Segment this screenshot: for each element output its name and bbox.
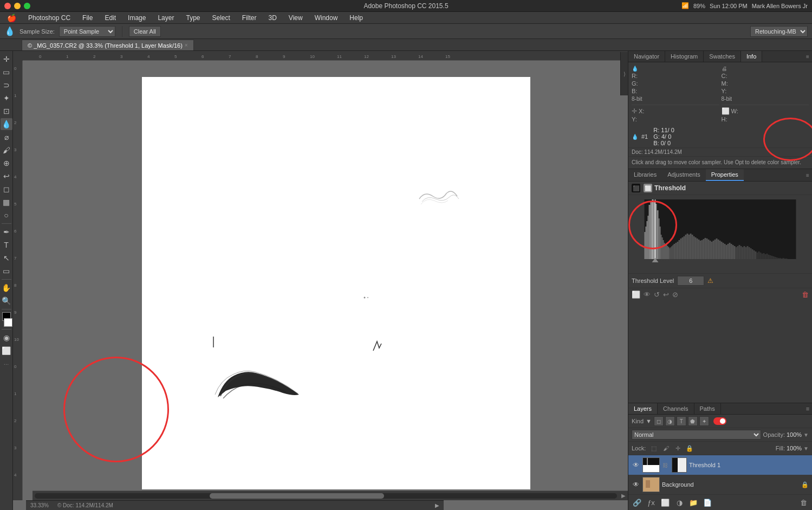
shape-tool[interactable]: ▭ — [1, 265, 12, 277]
filter-type-btn[interactable]: T — [677, 416, 686, 426]
background-color[interactable] — [4, 318, 12, 327]
fill-arrow[interactable]: ▼ — [803, 446, 809, 451]
menu-file[interactable]: File — [80, 13, 95, 23]
extra-tools[interactable]: … — [4, 360, 9, 366]
fx-icon[interactable]: ƒx — [646, 497, 657, 508]
lock-all-btn[interactable]: 🔒 — [685, 443, 694, 453]
link-layers-icon[interactable]: 🔗 — [632, 497, 642, 508]
layer-item-threshold[interactable]: 👁 ⛓ Threshold 1 — [628, 455, 812, 475]
properties-options-btn[interactable]: ≡ — [803, 169, 812, 181]
dodge-tool[interactable]: ○ — [1, 209, 12, 221]
clip-to-layer-icon[interactable]: ⬜ — [632, 290, 640, 299]
menu-image[interactable]: Image — [125, 13, 148, 23]
canvas-content[interactable]: ▶ — [23, 61, 628, 500]
menu-view[interactable]: View — [286, 13, 306, 23]
menu-select[interactable]: Select — [209, 13, 232, 23]
tab-channels[interactable]: Channels — [658, 403, 694, 414]
tab-adjustments[interactable]: Adjustments — [662, 169, 706, 181]
clone-tool[interactable]: ⊕ — [1, 157, 12, 169]
menu-edit[interactable]: Edit — [102, 13, 119, 23]
tab-layers[interactable]: Layers — [628, 403, 658, 414]
add-mask-icon[interactable]: ⬜ — [660, 497, 671, 508]
menu-3d[interactable]: 3D — [266, 13, 280, 23]
hand-tool[interactable]: ✋ — [1, 282, 12, 294]
view-icon[interactable]: 👁 — [644, 290, 651, 299]
layer-item-background[interactable]: 👁 Background 🔒 — [628, 475, 812, 494]
history-brush-tool[interactable]: ↩ — [1, 170, 12, 182]
document-canvas[interactable] — [142, 77, 530, 489]
crop-tool[interactable]: ⊡ — [1, 105, 12, 117]
screen-mode-tool[interactable]: ⬜ — [1, 345, 12, 357]
reset-icon[interactable]: ↩ — [663, 290, 669, 299]
lasso-tool[interactable]: ⊃ — [1, 79, 12, 91]
scroll-right-btn[interactable]: ▶ — [619, 493, 628, 499]
tab-navigator[interactable]: Navigator — [628, 51, 665, 62]
tab-histogram[interactable]: Histogram — [665, 51, 704, 62]
menu-window[interactable]: Window — [312, 13, 341, 23]
healing-tool[interactable]: ⌀ — [1, 131, 12, 143]
eyedropper-tool active[interactable]: 💧 — [1, 118, 12, 130]
tab-close-button[interactable]: × — [185, 42, 188, 48]
opacity-value[interactable]: 100% — [787, 431, 802, 438]
new-layer-icon[interactable]: 📄 — [702, 497, 713, 508]
close-button[interactable] — [4, 3, 11, 9]
pen-tool[interactable]: ✒ — [1, 226, 12, 238]
gradient-tool[interactable]: ▦ — [1, 196, 12, 208]
document-tab[interactable]: © _MG_0357.CR2 @ 33.3% (Threshold 1, Lay… — [22, 40, 194, 50]
menu-photoshop[interactable]: Photoshop CC — [25, 13, 73, 23]
quick-mask-tool[interactable]: ◉ — [1, 332, 12, 344]
menu-help[interactable]: Help — [347, 13, 366, 23]
apple-menu[interactable]: 🍎 — [4, 12, 19, 23]
tab-swatches[interactable]: Swatches — [704, 51, 741, 62]
clear-all-button[interactable]: Clear All — [129, 26, 161, 37]
window-controls[interactable] — [4, 3, 30, 9]
menu-filter[interactable]: Filter — [239, 13, 259, 23]
zoom-tool[interactable]: 🔍 — [1, 295, 12, 307]
quick-select-tool[interactable]: ✦ — [1, 92, 12, 104]
filter-shape-btn[interactable]: ⬟ — [688, 416, 698, 426]
layer-visibility-threshold[interactable]: 👁 — [632, 461, 640, 469]
canvas-area[interactable]: 0 1 2 3 4 5 6 7 8 9 10 11 12 13 14 15 0 … — [13, 51, 628, 510]
layer-visibility-background[interactable]: 👁 — [632, 480, 640, 489]
hide-icon[interactable]: ⊘ — [672, 290, 678, 299]
new-fill-layer-icon[interactable]: ◑ — [674, 497, 685, 508]
delete-adjustment-icon[interactable]: 🗑 — [802, 290, 809, 299]
opacity-arrow[interactable]: ▼ — [803, 432, 809, 438]
refresh-icon[interactable]: ↺ — [654, 290, 660, 299]
scrollbar-track[interactable] — [35, 493, 617, 499]
new-group-icon[interactable]: 📁 — [688, 497, 699, 508]
tab-libraries[interactable]: Libraries — [628, 169, 662, 181]
eraser-tool[interactable]: ◻ — [1, 183, 12, 195]
filter-pixel-btn[interactable]: ◻ — [654, 416, 664, 426]
sample-size-select[interactable]: Point Sample 3 by 3 Average 5 by 5 Avera… — [59, 26, 115, 37]
delete-layer-icon[interactable]: 🗑 — [798, 497, 809, 508]
status-arrow[interactable]: ▶ — [435, 502, 439, 508]
type-tool[interactable]: T — [1, 239, 12, 251]
tab-properties[interactable]: Properties — [706, 169, 744, 181]
lock-transparent-btn[interactable]: ⬚ — [649, 443, 659, 453]
workspace-select[interactable]: Retouching-MB — [750, 26, 808, 37]
minimize-button[interactable] — [14, 3, 21, 9]
marquee-tool[interactable]: ▭ — [1, 66, 12, 78]
scrollbar-thumb[interactable] — [210, 493, 385, 499]
layers-options-btn[interactable]: ≡ — [803, 403, 812, 414]
lock-position-btn[interactable]: ✛ — [673, 443, 683, 453]
lock-pixels-btn[interactable]: 🖌 — [661, 443, 671, 453]
scrollbar-bottom[interactable]: ▶ — [33, 490, 628, 500]
maximize-button[interactable] — [24, 3, 30, 9]
filter-dropdown-icon[interactable]: ▼ — [646, 418, 652, 424]
threshold-input[interactable] — [677, 276, 704, 286]
blend-mode-select[interactable]: Normal Multiply Screen — [632, 430, 761, 440]
fill-value[interactable]: 100% — [787, 445, 802, 451]
menu-type[interactable]: Type — [183, 13, 203, 23]
brush-tool[interactable]: 🖌 — [1, 144, 12, 156]
menu-layer[interactable]: Layer — [155, 13, 177, 23]
tab-paths[interactable]: Paths — [694, 403, 721, 414]
info-panel-options[interactable]: ≡ — [803, 51, 812, 62]
tab-info[interactable]: Info — [741, 51, 762, 62]
filter-toggle[interactable] — [713, 417, 726, 425]
path-select-tool[interactable]: ↖ — [1, 252, 12, 264]
filter-smart-btn[interactable]: ✦ — [699, 416, 709, 426]
filter-adjustment-btn[interactable]: ◑ — [665, 416, 675, 426]
move-tool[interactable]: ✛ — [1, 53, 12, 65]
